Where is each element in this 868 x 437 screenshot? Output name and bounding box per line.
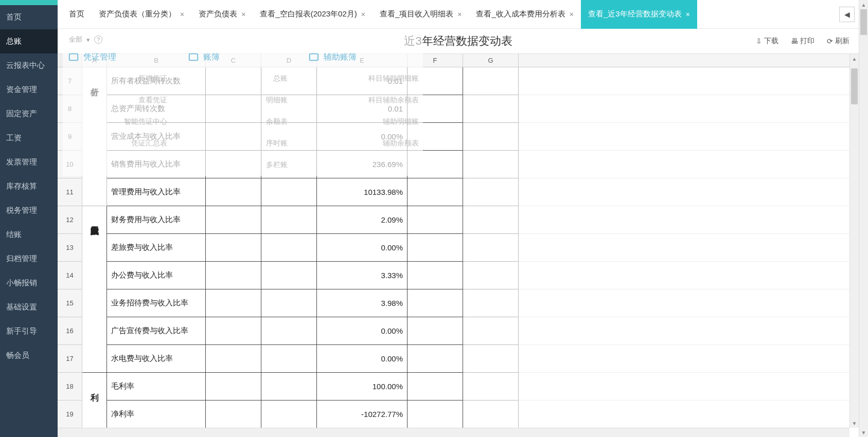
sidebar-item-3[interactable]: 资金管理 xyxy=(0,78,58,102)
download-icon: ⇩ xyxy=(756,37,762,45)
row-header[interactable]: 11 xyxy=(58,178,82,206)
tab-0[interactable]: 首页 xyxy=(62,0,92,29)
close-icon[interactable]: × xyxy=(361,10,365,19)
cell-empty xyxy=(463,67,519,95)
cell-empty xyxy=(463,317,519,345)
cell-group xyxy=(82,317,107,345)
sidebar-item-10[interactable]: 归档管理 xyxy=(0,247,58,271)
sidebar-item-8[interactable]: 税务管理 xyxy=(0,198,58,223)
print-icon: 🖶 xyxy=(791,37,798,45)
close-icon[interactable]: × xyxy=(686,10,690,19)
cell-group: 成本费用收入比 xyxy=(82,206,107,234)
table-row[interactable]: 15业务招待费与收入比率3.98% xyxy=(58,289,849,317)
tab-6[interactable]: 查看_近3年经营数据变动表× xyxy=(581,0,697,29)
sidebar-item-6[interactable]: 发票管理 xyxy=(0,150,58,174)
cell-group xyxy=(82,95,107,123)
col-header-d[interactable]: D xyxy=(261,54,317,67)
row-header[interactable]: 13 xyxy=(58,234,82,262)
row-header[interactable]: 19 xyxy=(58,400,82,428)
cell-group xyxy=(82,123,107,151)
table-row[interactable]: 7分析所有者权益周转次数0.01 xyxy=(58,67,849,95)
tab-3[interactable]: 查看_空白报表(2023年02月)× xyxy=(253,0,373,29)
cell-empty xyxy=(408,95,463,123)
sidebar-item-7[interactable]: 库存核算 xyxy=(0,174,58,198)
col-header-g[interactable]: G xyxy=(463,54,519,67)
page-scroll-thumb[interactable] xyxy=(860,9,867,35)
sidebar-item-4[interactable]: 固定资产 xyxy=(0,102,58,126)
tab-scroll-left-button[interactable]: ◀ xyxy=(839,7,855,22)
scroll-down-icon[interactable]: ▼ xyxy=(850,418,859,428)
table-row[interactable]: 17水电费与收入比率0.00% xyxy=(58,345,849,373)
col-header-f[interactable]: F xyxy=(408,54,463,67)
table-row[interactable]: 16广告宣传费与收入比率0.00% xyxy=(58,317,849,345)
cell-value: 10133.98% xyxy=(317,178,408,206)
download-button[interactable]: ⇩下载 xyxy=(756,37,778,46)
col-header-a[interactable]: A xyxy=(82,54,107,67)
cell-empty xyxy=(463,234,519,262)
close-icon[interactable]: × xyxy=(241,10,245,19)
close-icon[interactable]: × xyxy=(180,10,184,19)
row-header[interactable]: 14 xyxy=(58,262,82,289)
sidebar-item-5[interactable]: 工资 xyxy=(0,126,58,150)
sidebar-item-2[interactable]: 云报表中心 xyxy=(0,53,58,78)
scroll-up-icon[interactable]: ▲ xyxy=(850,54,859,63)
table-row[interactable]: 18利毛利率100.00% xyxy=(58,373,849,400)
page-scroll-up-icon[interactable]: ▲ xyxy=(859,0,868,9)
table-row[interactable]: 11管理费用与收入比率10133.98% xyxy=(58,178,849,206)
tab-5[interactable]: 查看_收入成本费用分析表× xyxy=(469,0,581,29)
tab-bar: 首页资产负债表（重分类）×资产负债表×查看_空白报表(2023年02月)×查看_… xyxy=(58,0,859,29)
cell-empty xyxy=(261,123,317,151)
cell-group xyxy=(82,234,107,262)
sidebar-item-9[interactable]: 结账 xyxy=(0,223,58,247)
row-header[interactable]: 9 xyxy=(58,123,82,151)
table-row[interactable]: 13差旅费与收入比率0.00% xyxy=(58,234,849,262)
row-header[interactable]: 12 xyxy=(58,206,82,234)
row-header[interactable]: 10 xyxy=(58,151,82,178)
tab-label: 查看_项目收入明细表 xyxy=(380,9,453,19)
corner-cell[interactable] xyxy=(58,54,82,67)
scroll-thumb[interactable] xyxy=(851,68,858,104)
sidebar-item-12[interactable]: 基础设置 xyxy=(0,295,58,319)
close-icon[interactable]: × xyxy=(457,10,462,19)
page-scroll-down-icon[interactable]: ▼ xyxy=(859,428,868,437)
row-header[interactable]: 15 xyxy=(58,289,82,317)
cell-empty xyxy=(408,289,463,317)
page-vertical-scrollbar[interactable]: ▲ ▼ xyxy=(859,0,868,437)
table-row[interactable]: 12成本费用收入比财务费用与收入比率2.09% xyxy=(58,206,849,234)
cell-empty xyxy=(408,123,463,151)
table-row[interactable]: 19净利率-10272.77% xyxy=(58,400,849,428)
col-header-b[interactable]: B xyxy=(107,54,206,67)
sidebar-item-1[interactable]: 总账 xyxy=(0,29,58,53)
sidebar-item-13[interactable]: 新手引导 xyxy=(0,319,58,343)
sidebar-item-14[interactable]: 畅会员 xyxy=(0,343,58,368)
table-row[interactable]: 14办公费与收入比率3.33% xyxy=(58,262,849,289)
col-header-c[interactable]: C xyxy=(206,54,261,67)
sidebar-item-0[interactable]: 首页 xyxy=(0,5,58,29)
row-header[interactable]: 17 xyxy=(58,345,82,373)
row-header[interactable]: 7 xyxy=(58,67,82,95)
refresh-button[interactable]: ⟳刷新 xyxy=(827,37,849,46)
tab-1[interactable]: 资产负债表（重分类）× xyxy=(92,0,191,29)
print-button[interactable]: 🖶打印 xyxy=(791,37,814,46)
cell-empty xyxy=(408,178,463,206)
cell-empty xyxy=(261,151,317,178)
spreadsheet[interactable]: A B C D E F G 7分析所有者权益周转次数0.018总资产周转次数0.… xyxy=(58,53,859,437)
table-row[interactable]: 9营业成本与收入比率0.00% xyxy=(58,123,849,151)
sidebar-item-11[interactable]: 小畅报销 xyxy=(0,271,58,295)
tab-2[interactable]: 资产负债表× xyxy=(191,0,253,29)
table-row[interactable]: 8总资产周转次数0.01 xyxy=(58,95,849,123)
row-header[interactable]: 16 xyxy=(58,317,82,345)
row-header[interactable]: 8 xyxy=(58,95,82,123)
col-header-e[interactable]: E xyxy=(317,54,408,67)
row-header[interactable]: 18 xyxy=(58,373,82,400)
sheet-horizontal-scrollbar[interactable] xyxy=(58,428,849,437)
cell-empty xyxy=(463,262,519,289)
sheet-vertical-scrollbar[interactable]: ▲ ▼ xyxy=(849,54,859,428)
close-icon[interactable]: × xyxy=(570,10,574,19)
cell-empty xyxy=(206,151,261,178)
main-area: 首页资产负债表（重分类）×资产负债表×查看_空白报表(2023年02月)×查看_… xyxy=(58,0,868,437)
tab-4[interactable]: 查看_项目收入明细表× xyxy=(373,0,469,29)
table-row[interactable]: 10销售费用与收入比率236.69% xyxy=(58,151,849,178)
tab-label: 查看_空白报表(2023年02月) xyxy=(260,9,357,19)
cell-empty xyxy=(463,95,519,123)
